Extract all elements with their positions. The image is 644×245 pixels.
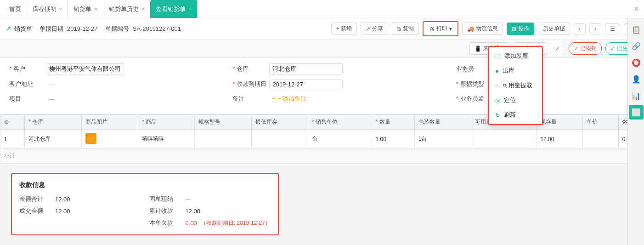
row-pack-qty[interactable]: 1台	[414, 130, 471, 149]
dropdown-outbound[interactable]: ● 出库	[489, 63, 542, 78]
logistics-button[interactable]: 🚚 物流信息	[462, 23, 503, 35]
product-image	[85, 133, 96, 144]
invoice-label: 票据类型	[456, 80, 493, 88]
tab-bar: 首页 库存期初 × 销货单 × 销货单历史 × 查看销货单 × ×	[0, 0, 644, 18]
action-row: 📱 来自手机 未开票 ✓ ✓ 已核销 ✓ 已生效	[0, 40, 644, 58]
payment-area: 收款信息 金额合计 12.00 同单现结 — 成交金额 12.00 累计收款 1…	[6, 167, 638, 241]
locate-icon: ◎	[495, 97, 500, 104]
row-available	[471, 130, 537, 149]
tab-sales-order[interactable]: 销货单 ×	[68, 0, 103, 18]
dropdown-available[interactable]: ○ 可用量提取	[489, 78, 542, 93]
refresh-icon: ↻	[495, 112, 500, 119]
remark-label: 备注	[232, 95, 269, 103]
customer-label: 客户	[9, 65, 46, 73]
nav-next-button[interactable]: ›	[589, 23, 601, 34]
doc-header: ↗ 销货单 单据日期 2019-12-27 单据编号 SA-20191227-0…	[0, 18, 644, 40]
share-button[interactable]: ↗ 分享	[361, 23, 388, 35]
tab-inventory-init[interactable]: 库存期初 ×	[27, 0, 68, 18]
sidebar-icon-3[interactable]: ⭕	[629, 55, 644, 70]
address-field: 客户地址 —	[9, 80, 232, 89]
project-value[interactable]: —	[46, 95, 119, 103]
grid-icon: ⊞	[512, 26, 516, 32]
dropdown-arrow: ▾	[449, 26, 452, 32]
add-remark-btn[interactable]: + + 添加备注	[269, 94, 343, 104]
cumulative-label: 累计收款	[149, 207, 181, 215]
sidebar-icon-4[interactable]: 👤	[629, 72, 644, 86]
number-label: 单据编号 SA-20191227-001	[105, 25, 181, 33]
invoice-field: 票据类型 不开票	[456, 79, 635, 89]
address-value[interactable]: —	[46, 80, 119, 89]
nav-prev-button[interactable]: ‹	[574, 23, 586, 34]
sidebar-icon-2[interactable]: 🔗	[629, 39, 644, 53]
check-icon: ✓	[555, 45, 560, 52]
warehouse-value[interactable]: 河北仓库	[269, 63, 343, 74]
row-spec[interactable]	[195, 130, 251, 149]
tab-sales-history[interactable]: 销货单历史 ×	[103, 0, 150, 18]
tab-home[interactable]: 首页	[4, 0, 27, 18]
owed-value: 0.00	[185, 220, 197, 227]
table-row: 1 河北仓库 嘻嘻嘻嘻 台 1.00 1台 12.00 0.	[0, 130, 644, 149]
employee-field: 业务员 演示账号	[456, 64, 635, 74]
owed-label: 本单欠款	[149, 219, 181, 227]
tab-close-view[interactable]: ×	[188, 6, 191, 12]
cumulative-item: 累计收款 12.00	[149, 207, 270, 215]
truck-icon: 🚚	[467, 26, 474, 32]
check-circle-icon: ✓	[574, 46, 578, 52]
tab-view-sales[interactable]: 查看销货单 ×	[150, 0, 197, 18]
form-area: 客户 柳州粤港平安气体有限公司 仓库 河北仓库 业务员 演示账号 客户地址 — …	[0, 58, 644, 114]
row-price[interactable]	[583, 130, 619, 149]
share-icon: ↗	[366, 26, 370, 32]
row-stock: 12.00	[537, 130, 583, 149]
check-circle-green-icon: ✓	[610, 46, 615, 52]
paydate-label: 收款到期日	[232, 80, 269, 88]
col-gear[interactable]: ⚙	[0, 115, 25, 130]
same-order-label: 同单现结	[149, 195, 181, 203]
sidebar-icon-1[interactable]: 📋	[629, 22, 644, 37]
paydate-field: 收款到期日 2019-12-27	[232, 80, 456, 89]
plus-icon: +	[272, 95, 276, 102]
available-icon: ○	[495, 82, 499, 89]
col-price: 单价	[583, 115, 619, 130]
customer-field: 客户 柳州粤港平安气体有限公司	[9, 63, 232, 74]
address-label: 客户地址	[9, 80, 46, 88]
row-image	[81, 130, 138, 149]
sidebar-icon-6[interactable]: ⬜	[629, 105, 644, 120]
dropdown-menu: ☐ 添加发票 ● 出库 ○ 可用量提取 ◎ 定位 ↻ 刷新	[488, 46, 543, 125]
paydate-value[interactable]: 2019-12-27	[269, 80, 343, 89]
subtotal-row: 小计	[0, 149, 644, 164]
sales-order-icon: ↗	[6, 25, 11, 33]
copy-button[interactable]: ⧉ 复制	[392, 23, 419, 35]
row-warehouse[interactable]: 河北仓库	[25, 130, 81, 149]
dropdown-locate[interactable]: ◎ 定位	[489, 93, 542, 108]
dropdown-refresh[interactable]: ↻ 刷新	[489, 108, 542, 122]
new-button[interactable]: + 新增	[331, 23, 357, 35]
row-min-stock	[251, 130, 308, 149]
same-order-item: 同单现结 —	[149, 195, 270, 203]
window-close-button[interactable]: ×	[634, 5, 638, 13]
warehouse-label: 仓库	[232, 65, 269, 73]
print-button[interactable]: 🖨 打印 ▾	[424, 23, 457, 34]
sold-status-button[interactable]: ✓ 已核销	[569, 42, 602, 55]
row-product[interactable]: 嘻嘻嘻嘻	[138, 130, 194, 149]
list-view-button[interactable]: ☰	[605, 23, 620, 34]
history-button[interactable]: 历史单据	[538, 23, 570, 35]
customer-value[interactable]: 柳州粤港平安气体有限公司	[46, 63, 124, 74]
row-qty[interactable]: 1.00	[372, 130, 414, 149]
tab-close-inventory[interactable]: ×	[59, 6, 62, 12]
tab-close-sales[interactable]: ×	[94, 6, 97, 12]
dropdown-add-invoice[interactable]: ☐ 添加发票	[489, 49, 542, 63]
sidebar-icon-5[interactable]: 📊	[629, 88, 644, 103]
warehouse-field: 仓库 河北仓库	[232, 63, 456, 74]
payment-grid: 金额合计 12.00 同单现结 — 成交金额 12.00 累计收款 12.00	[19, 195, 271, 227]
copy-icon: ⧉	[397, 26, 401, 32]
project-label: 项目	[9, 95, 46, 103]
col-warehouse: 仓库	[25, 115, 81, 130]
row-unit[interactable]: 台	[308, 130, 372, 149]
operate-button[interactable]: ⊞ 操作	[507, 23, 534, 35]
outbound-icon: ●	[495, 68, 499, 74]
total-amount-value: 12.00	[55, 196, 70, 203]
check-button[interactable]: ✓	[550, 43, 565, 54]
tab-close-history[interactable]: ×	[141, 6, 144, 12]
col-min-stock: 最低库存	[251, 115, 308, 130]
toolbar: + 新增 ↗ 分享 ⧉ 复制 🖨 打印 ▾ 🚚 物流信息	[331, 21, 638, 36]
